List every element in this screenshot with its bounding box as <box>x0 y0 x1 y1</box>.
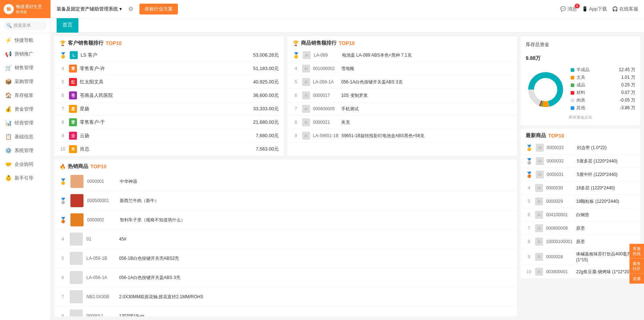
customer-rank-row-1: 🥇 L LS 客户 53,006.26元 <box>54 49 284 62</box>
hot-prod-row-8: 8 0000011 12070519-xs <box>54 307 517 316</box>
customer-ranking-header: 🏆 客户销售额排行 TOP10 <box>54 36 284 49</box>
legend-dot-3 <box>571 83 574 87</box>
customer-rank-table: 🥇 L LS 客户 53,006.26元 4 零 零售客户-许 51,183.0… <box>54 49 284 156</box>
float-community-btn[interactable]: 服务社区 <box>629 259 644 274</box>
new-img-7: Ai <box>535 224 543 232</box>
new-prod-row-4: 4 Ai 0000030 18多层 (1220*2440) <box>521 181 640 195</box>
new-products-panel: 最新商品 TOP10 🥇 Ai 0000033 封边带 (1.0*22) 🥈 A… <box>521 129 640 279</box>
sidebar-item-marketing[interactable]: 📢 营销推广 <box>0 47 50 61</box>
prod-img-6: Ai <box>302 118 310 126</box>
logo-icon: 畅 <box>4 4 14 14</box>
new-prod-row-5: 5 Ai 0000029 18颗粒板 (1220*2440) <box>521 195 640 208</box>
trophy-icon: 🏆 <box>60 40 66 46</box>
system-selector[interactable]: 装备及固定资产辅助管理系统 ▾ <box>57 6 122 12</box>
chart-legend: 半成品 12.45 万 文具 1.01 万 成品 0.25 万 <box>571 67 635 112</box>
headset-icon: 🎧 <box>612 6 618 12</box>
product-ranking-header: 🏆 商品销售额排行 TOP10 <box>288 36 517 49</box>
search-menu-btn[interactable]: 🔍 搜索菜单 <box>4 21 47 30</box>
sidebar-item-company[interactable]: 🤝 企业协同 <box>0 157 50 171</box>
customer-rank-row-4: 6 苍 苍南县人民医院 36,600.00元 <box>54 89 284 102</box>
new-prod-row-6: 6 Ai 004100001 白钢垫 <box>521 208 640 222</box>
finance-icon: 💰 <box>5 106 12 112</box>
sidebar-item-system[interactable]: ⚙️ 系统管理 <box>0 144 50 157</box>
inventory-title: 库存总资金 <box>526 41 635 48</box>
new-prod-row-2: 🥈 Ai 0000032 5厘多层 (1220*2440) <box>521 155 640 168</box>
inventory-amount: 9.88万 <box>526 51 635 62</box>
new-prod-row-1: 🥇 Ai 0000033 封边带 (1.0*22) <box>521 141 640 155</box>
sidebar-item-basic[interactable]: 📋 基础信息 <box>0 130 50 144</box>
float-service-btn[interactable]: 客服热线 <box>629 244 644 259</box>
phone-icon: 📱 <box>582 6 588 12</box>
new-products-title: 最新商品 <box>526 132 546 139</box>
new-img-1: Ai <box>536 144 544 152</box>
prod-rank-row-1: 🥇 Ai LA-089 电池盖 LA-089 ABS本色+黑种 7.1克 <box>288 49 517 62</box>
customer-rank-row-3: 5 红 红太阳文具 40,925.00元 <box>54 75 284 89</box>
hot-prod-row-2: 🥈 000500001 新西兰牛肉（新牛） <box>54 191 517 210</box>
customer-ranking-title: 客户销售额排行 <box>68 40 103 46</box>
online-service-btn[interactable]: 🎧 在线客服 <box>612 6 638 12</box>
sidebar-item-operation[interactable]: 📊 经营管理 <box>0 116 50 130</box>
hot-img-2 <box>70 194 83 207</box>
legend-item-3: 成品 0.25 万 <box>571 82 635 88</box>
new-prod-row-10: 10 Ai 003800001 22g鱼豆腐-烧烤味 (1*12*20) <box>521 265 640 279</box>
new-products-header: 最新商品 TOP10 <box>521 129 640 141</box>
customer-ranking-panel: 🏆 客户销售额排行 TOP10 🥇 L LS 客户 53,006.26元 4 <box>54 36 284 156</box>
avatar-8: 肖 <box>69 145 77 153</box>
avatar-2: 零 <box>69 65 77 73</box>
trial-btn[interactable]: 体验行业方案 <box>139 4 178 15</box>
legend-item-6: 其他 -3.86 万 <box>571 105 635 111</box>
sidebar-item-purchase[interactable]: 📦 采购管理 <box>0 75 50 89</box>
settings-btn[interactable]: ⚙ <box>126 4 136 14</box>
sidebar-item-guide[interactable]: 👶 新手引导 <box>0 171 50 185</box>
new-prod-row-9: 9 Ai 0000028 体碱嘉枚味苏打饮品400毫升 (1*15) <box>521 249 640 265</box>
customer-rank-row-5: 7 星 星扬 33,333.00元 <box>54 102 284 116</box>
customer-rank-row-7: 9 云 云扬 7,680.00元 <box>54 129 284 143</box>
legend-dot-5 <box>571 99 574 102</box>
new-img-5: Ai <box>535 197 543 205</box>
prod-img-2: Ai <box>302 65 310 73</box>
float-buttons: 客服热线 服务社区 直播 <box>629 244 644 284</box>
hot-prod-row-7: 7 NB2.0X30B 2.0X30MM双搓花轴,搓花直径2.1MM/ROHS <box>54 287 517 307</box>
prod-rank-row-4: 6 Ai 0000017 10S 变制罗浆 <box>288 89 517 102</box>
hot-img-4 <box>70 233 83 246</box>
company-icon: 🤝 <box>5 161 12 168</box>
tab-home[interactable]: 首页 <box>57 18 78 33</box>
prod-img-4: Ai <box>302 91 310 99</box>
system-name: 装备及固定资产辅助管理系统 <box>57 6 118 12</box>
sidebar-item-inventory[interactable]: 🏠 库存核算 <box>0 89 50 102</box>
marketing-icon: 📢 <box>5 51 12 57</box>
product-ranking-panel: 🏆 商品销售额排行 TOP10 🥇 Ai LA-089 电池盖 LA-089 A… <box>288 36 517 156</box>
logo-text: 畅捷通好生意 标准版 <box>16 4 42 15</box>
hot-img-8 <box>70 309 83 316</box>
new-medal-1: 🥇 <box>526 144 533 151</box>
hot-medal-1: 🥇 <box>60 178 67 185</box>
product-rank-table: 🥇 Ai LA-089 电池盖 LA-089 ABS本色+黑种 7.1克 4 A… <box>288 49 517 143</box>
float-live-btn[interactable]: 直播 <box>629 274 644 284</box>
right-panel: 库存总资金 9.88万 <box>521 33 644 320</box>
sales-icon: 🛒 <box>5 65 12 71</box>
avatar-7: 云 <box>69 132 77 140</box>
product-ranking-title: 商品销售额排行 <box>301 40 337 46</box>
sidebar-item-finance[interactable]: 💰 资金管理 <box>0 102 50 116</box>
message-btn[interactable]: 💬 消息 6 <box>560 6 577 12</box>
prod-rank-row-3: 5 Ai LA-056-1A 056-1A白色按键开关盖ABS 3克 <box>288 75 517 89</box>
sidebar-search-area[interactable]: 🔍 搜索菜单 <box>0 18 50 33</box>
new-products-list: 🥇 Ai 0000033 封边带 (1.0*22) 🥈 Ai 0000032 5… <box>521 141 640 279</box>
hot-products-title: 热销商品 <box>68 163 88 170</box>
dropdown-icon: ▾ <box>119 6 122 12</box>
app-download-btn[interactable]: 📱 App下载 <box>582 6 607 12</box>
new-img-8: Ai <box>535 238 543 246</box>
new-prod-row-7: 7 Ai 000800008 原垄 <box>521 222 640 235</box>
prod-medal-1: 🥇 <box>293 52 300 59</box>
new-prod-row-8: 8 Ai 10000100001 原垄 <box>521 235 640 249</box>
sidebar-item-quick[interactable]: ⚡ 快捷导航 <box>0 33 50 47</box>
hot-products-header: 🔥 热销商品 TOP10 <box>54 160 517 172</box>
hot-medal-3: 🥉 <box>60 217 67 223</box>
search-menu-label: 搜索菜单 <box>13 22 31 29</box>
product-top10-badge: TOP10 <box>339 40 355 46</box>
sidebar-item-sales[interactable]: 🛒 销售管理 <box>0 61 50 75</box>
hot-top10-badge: TOP10 <box>90 164 106 169</box>
legend-item-5: 肉类 -0.05 万 <box>571 97 635 103</box>
hot-prod-row-1: 🥇 0000001 中华神器 <box>54 172 517 191</box>
system-icon: ⚙️ <box>5 147 12 154</box>
